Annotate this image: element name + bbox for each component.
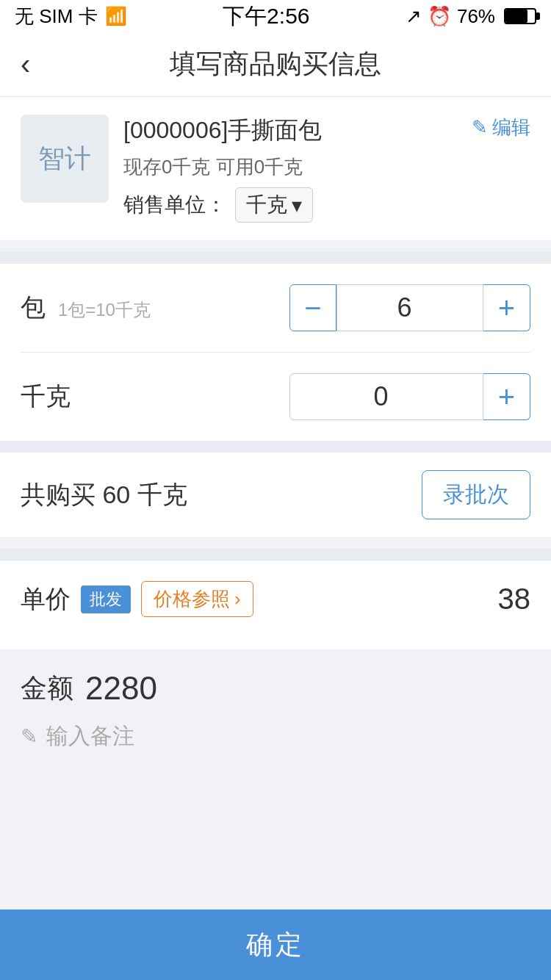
edit-button[interactable]: ✎ 编辑 <box>472 115 530 140</box>
section-divider-1 <box>0 252 551 264</box>
input-section: 包 1包=10千克 − + 千克 + <box>0 264 551 441</box>
pack-input-row: 包 1包=10千克 − + <box>21 264 530 353</box>
kg-input-controls: + <box>289 373 530 420</box>
price-section: 单价 批发 价格参照 › 38 <box>0 561 551 649</box>
kg-plus-button[interactable]: + <box>483 373 530 420</box>
price-left: 单价 批发 价格参照 › <box>21 581 253 617</box>
confirm-button[interactable]: 确定 <box>0 909 551 980</box>
note-placeholder[interactable]: 输入备注 <box>46 721 134 752</box>
price-value: 38 <box>498 583 531 616</box>
alarm-icon: ⏰ <box>428 5 451 28</box>
kg-input-row: 千克 + <box>21 353 530 441</box>
batch-button[interactable]: 录批次 <box>422 470 530 519</box>
pack-input-controls: − + <box>289 284 530 331</box>
price-ref-label: 价格参照 <box>154 586 230 612</box>
note-row[interactable]: ✎ 输入备注 <box>21 721 530 752</box>
pack-label: 包 <box>21 293 46 321</box>
product-card: 智计 [0000006]手撕面包 现存0千克 可用0千克 销售单位： 千克 ▾ … <box>0 97 551 240</box>
price-batch-tag: 批发 <box>81 586 131 613</box>
amount-label: 金额 <box>21 671 73 707</box>
battery-label: 76% <box>457 5 495 28</box>
total-text: 共购买 60 千克 <box>21 478 187 512</box>
price-ref-button[interactable]: 价格参照 › <box>141 581 253 617</box>
price-label: 单价 <box>21 583 71 616</box>
pack-minus-button[interactable]: − <box>289 284 336 331</box>
price-ref-arrow-icon: › <box>234 588 241 610</box>
unit-select[interactable]: 千克 ▾ <box>235 187 313 223</box>
pack-quantity-input[interactable] <box>336 284 483 331</box>
battery-bar <box>504 8 536 24</box>
edit-label: 编辑 <box>492 115 530 140</box>
amount-section: 金额 2280 ✎ 输入备注 <box>0 649 551 766</box>
status-bar: 无 SIM 卡 📶 下午2:56 ↗ ⏰ 76% <box>0 0 551 32</box>
nav-bar: ‹ 填写商品购买信息 <box>0 32 551 97</box>
product-info: [0000006]手撕面包 现存0千克 可用0千克 销售单位： 千克 ▾ <box>123 115 530 223</box>
back-button[interactable]: ‹ <box>21 48 30 81</box>
amount-row: 金额 2280 <box>21 670 530 707</box>
unit-label: 销售单位： <box>123 191 226 219</box>
page-title: 填写商品购买信息 <box>170 46 381 82</box>
wifi-icon: 📶 <box>105 6 127 26</box>
pack-label-container: 包 1包=10千克 <box>21 291 151 325</box>
product-thumbnail: 智计 <box>21 115 109 203</box>
status-right: ↗ ⏰ 76% <box>406 5 536 28</box>
location-icon: ↗ <box>406 5 422 28</box>
note-icon: ✎ <box>21 724 37 749</box>
carrier-label: 无 SIM 卡 <box>15 4 98 29</box>
edit-icon: ✎ <box>472 116 488 139</box>
kg-label: 千克 <box>21 380 71 414</box>
thumb-text: 智计 <box>38 141 91 177</box>
time-label: 下午2:56 <box>223 1 309 32</box>
section-divider-3 <box>0 549 551 561</box>
amount-value: 2280 <box>85 670 157 707</box>
product-stock: 现存0千克 可用0千克 <box>123 154 530 180</box>
unit-dropdown-icon: ▾ <box>292 193 302 217</box>
pack-plus-button[interactable]: + <box>483 284 530 331</box>
product-unit: 销售单位： 千克 ▾ <box>123 187 530 223</box>
status-left: 无 SIM 卡 📶 <box>15 4 127 29</box>
product-name: [0000006]手撕面包 <box>123 115 530 147</box>
unit-value: 千克 <box>246 191 287 219</box>
total-row: 共购买 60 千克 录批次 <box>0 453 551 537</box>
kg-quantity-input[interactable] <box>289 373 483 420</box>
pack-sub-label: 1包=10千克 <box>58 300 151 320</box>
section-divider-2 <box>0 441 551 453</box>
price-row: 单价 批发 价格参照 › 38 <box>21 581 530 617</box>
